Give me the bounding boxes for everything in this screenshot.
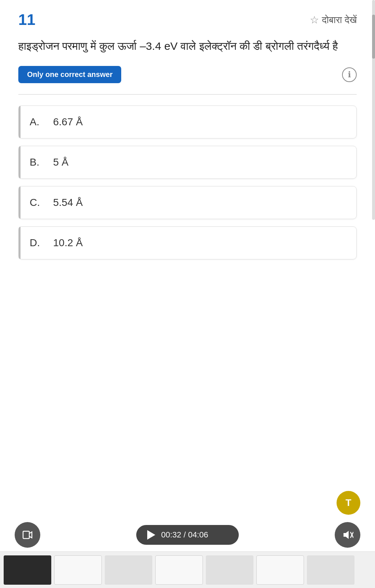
thumbnail-2[interactable] xyxy=(54,555,102,585)
option-b-text: 5 Å xyxy=(53,156,68,168)
review-label: दोबारा देखें xyxy=(322,14,357,26)
options-container: A. 6.67 Å B. 5 Å C. 5.54 Å D. 10.2 Å xyxy=(18,106,357,259)
scrollbar-thumb[interactable] xyxy=(372,15,375,59)
mute-button[interactable] xyxy=(335,522,360,548)
thumbnail-7[interactable] xyxy=(307,555,354,585)
divider xyxy=(18,94,357,95)
star-icon: ☆ xyxy=(310,14,319,26)
scrollbar[interactable] xyxy=(372,0,375,220)
option-b[interactable]: B. 5 Å xyxy=(18,146,357,179)
media-controls: 00:32 / 04:06 xyxy=(0,522,375,548)
thumbnail-3[interactable] xyxy=(105,555,152,585)
answer-type-section: Only one correct answer ℹ xyxy=(18,66,357,83)
media-time: 00:32 / 04:06 xyxy=(161,530,208,540)
thumbnail-1[interactable] xyxy=(4,555,51,585)
option-c[interactable]: C. 5.54 Å xyxy=(18,186,357,219)
option-d[interactable]: D. 10.2 Å xyxy=(18,226,357,259)
option-d-text: 10.2 Å xyxy=(53,237,83,249)
question-number: 11 xyxy=(18,11,36,29)
info-icon[interactable]: ℹ xyxy=(342,67,357,82)
answer-type-badge: Only one correct answer xyxy=(18,66,121,83)
option-a-label: A. xyxy=(30,116,44,128)
play-button[interactable] xyxy=(147,530,155,540)
thumbnail-6[interactable] xyxy=(256,555,304,585)
play-icon xyxy=(147,530,155,540)
review-button[interactable]: ☆ दोबारा देखें xyxy=(310,14,357,26)
thumbnail-5[interactable] xyxy=(206,555,253,585)
option-c-label: C. xyxy=(30,197,44,208)
option-b-label: B. xyxy=(30,156,44,168)
option-c-text: 5.54 Å xyxy=(53,197,83,208)
svg-rect-0 xyxy=(23,531,29,539)
question-text: हाइड्रोजन परमाणु में कुल ऊर्जा –3.4 eV व… xyxy=(18,37,357,55)
thumbnails-strip xyxy=(0,551,375,588)
video-toggle-button[interactable] xyxy=(15,522,40,548)
thumbnail-4[interactable] xyxy=(155,555,203,585)
option-a-text: 6.67 Å xyxy=(53,116,83,128)
option-d-label: D. xyxy=(30,237,44,249)
translate-button[interactable]: T xyxy=(337,491,360,515)
option-a[interactable]: A. 6.67 Å xyxy=(18,106,357,138)
play-bar: 00:32 / 04:06 xyxy=(136,525,239,545)
question-header: 11 ☆ दोबारा देखें xyxy=(18,11,357,29)
